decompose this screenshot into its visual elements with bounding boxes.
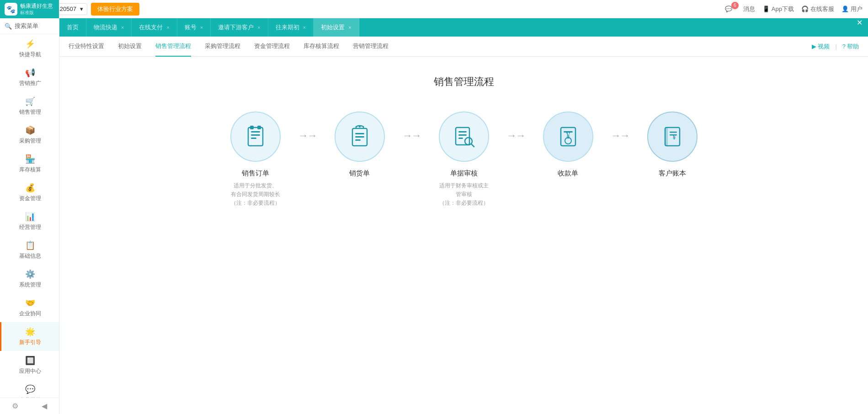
sidebar-item-label: 经营管理 [19, 223, 41, 231]
nav-tab-invite[interactable]: 邀请下游客户 × [211, 18, 268, 37]
sub-tab-purchase-flow[interactable]: 采购管理流程 [205, 37, 240, 57]
flow-step-title: 销货单 [349, 169, 370, 178]
sidebar-item-marketing-promo[interactable]: 📢 营销推广 [0, 63, 59, 92]
close-icon[interactable]: × [257, 25, 260, 30]
sub-tab-label: 营销管理流程 [353, 42, 389, 50]
user-label: 用户 [851, 5, 863, 13]
app-download-label: App下载 [772, 5, 794, 13]
svg-rect-14 [458, 138, 463, 139]
flow-diagram: 销售订单 适用于分批发货、有合同发货周期较长（注：非必要流程） →→ 销货 [78, 111, 850, 208]
sidebar-item-label: 基础信息 [19, 252, 41, 260]
sub-tab-finance-flow[interactable]: 资金管理流程 [254, 37, 290, 57]
sidebar-item-label: 采购管理 [19, 137, 41, 145]
ops-icon: 📊 [25, 212, 35, 222]
nav-tab-label: 账号 [185, 23, 197, 32]
sales-icon: 🛒 [25, 96, 35, 106]
page-body: 销售管理流程 销售订单 适用于分批发货、有合同发货周期较长（注：非必要流程） [59, 57, 868, 217]
nav-tab-label: 物流快递 [94, 23, 117, 32]
close-icon[interactable]: × [348, 25, 351, 30]
sidebar-item-sales-mgmt[interactable]: 🛒 销售管理 [0, 92, 59, 121]
flow-step-title: 客户账本 [659, 169, 686, 178]
sidebar-item-sys-mgmt[interactable]: ⚙️ 系统管理 [0, 265, 59, 293]
messages-badge: 6 [731, 2, 739, 9]
close-icon[interactable]: × [303, 25, 306, 30]
app-center-icon: 🔲 [25, 356, 35, 366]
flow-arrow-4: →→ [609, 130, 631, 142]
sidebar-item-label: 销售管理 [19, 108, 41, 116]
help-icon: ? [842, 43, 846, 50]
collapse-sidebar-icon[interactable]: ◀ [42, 402, 47, 410]
sub-tab-sales-flow[interactable]: 销售管理流程 [155, 37, 191, 57]
flow-step-receipt: ¥ 收款单 [527, 111, 609, 181]
sidebar-item-finance-mgmt[interactable]: 💰 资金管理 [0, 178, 59, 207]
svg-text:¥: ¥ [672, 133, 676, 141]
nav-tab-home[interactable]: 首页 [59, 18, 86, 37]
sidebar-item-ops-mgmt[interactable]: 📊 经营管理 [0, 207, 59, 236]
svg-rect-2 [251, 134, 260, 136]
close-icon[interactable]: × [121, 25, 124, 30]
flow-step-desc: 适用于分批发货、有合同发货周期较长（注：非必要流程） [231, 181, 280, 208]
flow-step-desc: 适用于财务审核或主管审核（注：非必要流程） [439, 181, 489, 208]
flow-circle-customer-ledger: ¥ [647, 111, 698, 162]
sidebar-item-enterprise-wechat[interactable]: 💬 企业微信 [0, 380, 59, 398]
nav-tab-period-init[interactable]: 往来期初 × [268, 18, 314, 37]
svg-rect-1 [251, 131, 260, 133]
play-icon: ▶ [812, 43, 816, 50]
sidebar-item-purchase-mgmt[interactable]: 📦 采购管理 [0, 121, 59, 149]
close-icon[interactable]: × [200, 25, 203, 30]
sidebar-item-inventory[interactable]: 🏪 库存核算 [0, 149, 59, 178]
user-avatar-button[interactable]: 👤 用户 [841, 5, 863, 13]
online-service-button[interactable]: 🎧 在线客服 [801, 5, 834, 13]
trial-button[interactable]: 体验行业方案 [91, 3, 139, 16]
settings-bottom-icon[interactable]: ⚙ [12, 402, 18, 410]
download-icon: 📱 [762, 5, 770, 12]
sidebar-item-new-guide[interactable]: 🌟 新手引导 [0, 322, 59, 351]
top-bar-right: 💬 6 消息 📱 App下载 🎧 在线客服 👤 用户 [725, 5, 863, 13]
app-download-button[interactable]: 📱 App下载 [762, 5, 794, 13]
flow-circle-sales-delivery [335, 111, 385, 162]
help-button[interactable]: ? 帮助 [842, 42, 859, 51]
online-service-label: 在线客服 [810, 5, 834, 13]
sidebar-item-label: 快捷导航 [19, 51, 41, 58]
sidebar-item-enterprise-coop[interactable]: 🤝 企业协同 [0, 293, 59, 322]
purchase-icon: 📦 [25, 125, 35, 135]
svg-rect-9 [355, 136, 364, 138]
video-help-button[interactable]: ▶ 视频 [812, 42, 830, 51]
sub-tab-inventory-flow[interactable]: 库存核算流程 [304, 37, 339, 57]
close-window-icon[interactable]: ✕ [857, 18, 863, 37]
logo-sub: 标准版 [20, 10, 53, 16]
close-icon[interactable]: × [166, 25, 169, 30]
sidebar-bottom: ⚙ ◀ [0, 398, 59, 414]
sidebar-item-app-center[interactable]: 🔲 应用中心 [0, 351, 59, 380]
flow-step-sales-delivery: 销货单 [319, 111, 401, 181]
svg-rect-5 [257, 126, 261, 129]
sub-tab-marketing-flow[interactable]: 营销管理流程 [353, 37, 389, 57]
avatar-icon: 👤 [841, 5, 849, 12]
sidebar-item-quick-nav[interactable]: ⚡ 快捷导航 [0, 34, 59, 63]
messages-button[interactable]: 💬 6 消息 [725, 5, 755, 13]
nav-tab-account[interactable]: 账号 × [177, 18, 211, 37]
svg-rect-22 [665, 127, 668, 146]
sidebar-item-label: 系统管理 [19, 281, 41, 289]
sub-tab-label: 初始设置 [118, 42, 142, 50]
sidebar-item-label: 资金管理 [19, 195, 41, 202]
nav-tab-label: 在线支付 [139, 23, 163, 32]
sys-mgmt-icon: ⚙️ [25, 269, 35, 279]
nav-tab-label: 首页 [67, 23, 79, 32]
search-icon: 🔍 [5, 23, 12, 30]
nav-tab-logistics[interactable]: 物流快递 × [86, 18, 132, 37]
nav-tab-payment[interactable]: 在线支付 × [132, 18, 177, 37]
finance-icon: 💰 [25, 183, 35, 193]
main-content: 行业特性设置 初始设置 销售管理流程 采购管理流程 资金管理流程 库存核算流程 … [59, 37, 868, 414]
sub-tab-industry-settings[interactable]: 行业特性设置 [69, 37, 104, 57]
sidebar-item-label: 企业协同 [19, 310, 41, 318]
flow-arrow-1: →→ [297, 130, 319, 142]
nav-tabs: 首页 物流快递 × 在线支付 × 账号 × 邀请下游客户 × 往来期初 × 初始… [59, 18, 868, 37]
svg-rect-24 [670, 132, 677, 133]
svg-rect-13 [458, 134, 467, 136]
sidebar-item-basic-info[interactable]: 📋 基础信息 [0, 236, 59, 265]
page-title: 销售管理流程 [78, 75, 850, 89]
search-menu-item[interactable]: 🔍 搜索菜单 [0, 18, 59, 34]
nav-tab-initial-setup[interactable]: 初始设置 × [314, 18, 359, 37]
sub-tab-initial-settings[interactable]: 初始设置 [118, 37, 142, 57]
